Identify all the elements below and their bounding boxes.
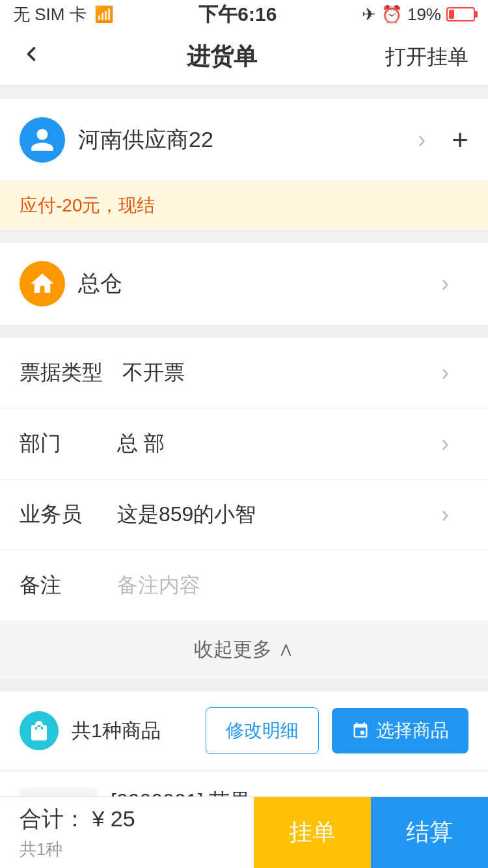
collapse-button[interactable]: 收起更多 ∧ [0, 621, 488, 679]
invoice-value: 不开票 [103, 359, 441, 387]
section-gap-3 [0, 325, 488, 338]
product-count-icon [20, 711, 59, 750]
warehouse-chevron-icon: › [441, 270, 449, 297]
staff-chevron-icon: › [441, 501, 449, 528]
select-product-icon [351, 722, 370, 740]
department-value: 总 部 [98, 429, 441, 458]
checkout-button[interactable]: 结算 [371, 797, 488, 869]
invoice-label: 票据类型 [20, 359, 103, 387]
wifi-icon: 📶 [94, 5, 114, 23]
time-label: 下午6:16 [198, 1, 277, 28]
carrier-label: 无 SIM 卡 [13, 3, 87, 26]
shopping-bag-icon [27, 719, 51, 742]
section-gap-4 [0, 679, 488, 692]
supplier-section: 河南供应商22 › + 应付-20元，现结 [0, 99, 488, 230]
total-label: 合计： [20, 806, 86, 831]
select-product-button[interactable]: 选择商品 [332, 708, 468, 753]
form-section: 票据类型 不开票 › 部门 总 部 › 业务员 这是859的小智 › 备注 备注… [0, 338, 488, 621]
supplier-name: 河南供应商22 [78, 125, 418, 155]
add-supplier-button[interactable]: + [452, 124, 468, 156]
product-count-text: 共1种商品 [72, 718, 206, 744]
total-amount: ¥ 25 [92, 806, 135, 831]
staff-value: 这是859的小智 [98, 500, 441, 529]
chevron-right-icon: › [418, 126, 426, 154]
footer-total: 合计： ¥ 25 共1种 [0, 804, 254, 861]
battery-icon [446, 7, 475, 21]
warehouse-row[interactable]: 总仓 › [0, 243, 488, 325]
footer: 合计： ¥ 25 共1种 挂单 结算 [0, 796, 488, 868]
status-bar: 无 SIM 卡 📶 下午6:16 ✈ ⏰ 19% [0, 0, 488, 29]
section-gap-2 [0, 230, 488, 243]
supplier-row[interactable]: 河南供应商22 › + [0, 99, 488, 182]
back-button[interactable] [20, 42, 59, 72]
person-icon [29, 126, 56, 154]
footer-count: 共1种 [20, 838, 234, 861]
nav-bar: 进货单 打开挂单 [0, 29, 488, 86]
home-icon [29, 270, 56, 297]
status-right: ✈ ⏰ 19% [362, 5, 475, 25]
remark-placeholder[interactable]: 备注内容 [98, 571, 468, 600]
alarm-icon: ⏰ [381, 5, 402, 25]
staff-label: 业务员 [20, 500, 98, 529]
invoice-chevron-icon: › [441, 359, 449, 387]
department-row[interactable]: 部门 总 部 › [0, 409, 488, 480]
supplier-notice: 应付-20元，现结 [0, 182, 488, 230]
product-header: 共1种商品 修改明细 选择商品 [0, 692, 488, 770]
modify-detail-button[interactable]: 修改明细 [206, 707, 319, 754]
remark-row[interactable]: 备注 备注内容 [0, 550, 488, 621]
section-gap-1 [0, 86, 488, 99]
status-left: 无 SIM 卡 📶 [13, 3, 114, 26]
warehouse-icon [20, 261, 65, 306]
battery-label: 19% [407, 5, 441, 25]
warehouse-name: 总仓 [78, 269, 441, 299]
invoice-row[interactable]: 票据类型 不开票 › [0, 338, 488, 409]
department-label: 部门 [20, 429, 98, 458]
staff-row[interactable]: 业务员 这是859的小智 › [0, 480, 488, 550]
footer-total-amount: 合计： ¥ 25 [20, 804, 234, 834]
select-product-label: 选择商品 [376, 718, 449, 743]
supplier-avatar [20, 117, 65, 163]
department-chevron-icon: › [441, 430, 449, 457]
remark-label: 备注 [20, 571, 98, 600]
location-icon: ✈ [362, 5, 376, 25]
page-title: 进货单 [187, 41, 257, 73]
open-pending-button[interactable]: 打开挂单 [385, 43, 468, 72]
pending-button[interactable]: 挂单 [254, 797, 371, 869]
